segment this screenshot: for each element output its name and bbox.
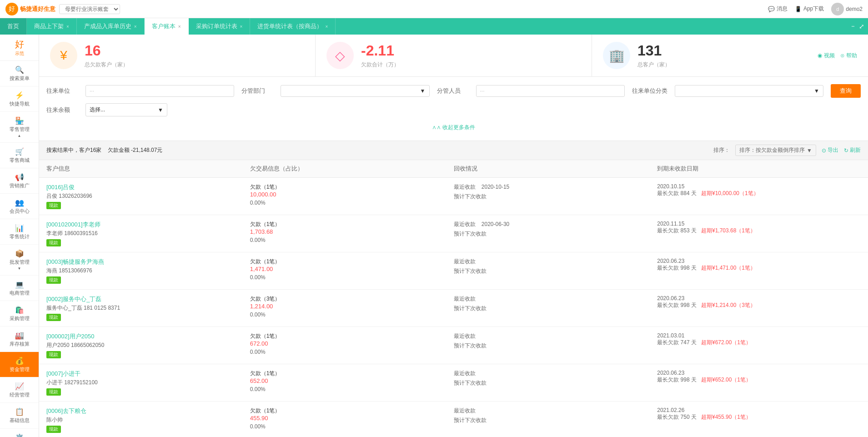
customer-info-cell: [0002]服务中心_丁磊 服务中心_丁磊 181 0125 8371 现款	[46, 295, 250, 321]
stat-icon-1: ¥	[50, 42, 77, 69]
tab-production-history[interactable]: 产成品入库单历史 ×	[77, 18, 145, 35]
quick-nav-icon: ⚡	[15, 91, 24, 100]
customer-phone: 陈小帅	[46, 416, 250, 424]
retail-mgmt-icon: 🏪	[15, 116, 24, 125]
customer-name-link[interactable]: [0001020001]李老师	[46, 221, 250, 229]
tab-actions: － ⤢	[846, 18, 868, 35]
sidebar-item-retail-mgmt[interactable]: 🏪 零售管理 ▲	[0, 112, 39, 142]
tab-purchase-order[interactable]: 采购订单统计表 ×	[189, 18, 251, 35]
filter-label-vendor: 往来单位	[46, 87, 78, 95]
content-area: ¥ 16 总欠款客户（家） ◇ -2.11 欠款合计（万） 🏢 131 总客户（…	[39, 35, 868, 437]
video-link[interactable]: ◉ 视频	[818, 52, 834, 60]
stat-card-1: ¥ 16 总欠款客户（家）	[39, 35, 316, 76]
sidebar-item-member-center[interactable]: 👥 会员中心	[0, 194, 39, 219]
filter-input-person[interactable]: ···	[476, 85, 625, 97]
tab-customer-account[interactable]: 客户账本 ×	[145, 18, 189, 35]
overdue-link[interactable]: 超期¥1,471.00（1笔）	[701, 265, 756, 271]
stat-card-3: 🏢 131 总客户（家） ◉ 视频 ⊙ 帮助	[592, 35, 868, 76]
stat-label-2: 欠款合计（万）	[361, 61, 399, 69]
close-icon[interactable]: ×	[134, 24, 137, 29]
collapse-bar[interactable]: ∧∧ 收起更多条件	[46, 122, 861, 133]
filter-select-dept[interactable]: ▼	[281, 85, 429, 97]
sidebar-item-system-mgmt[interactable]: ⚙️ 系统管理	[0, 429, 39, 437]
ecommerce-icon: 💻	[15, 280, 24, 289]
overdue-link[interactable]: 超期¥10,000.00（1笔）	[701, 190, 759, 196]
customer-info-cell: [0007]小进干 小进干 18279152100 现款	[46, 370, 250, 396]
customer-tag: 现款	[46, 388, 61, 396]
top-bar: 好 畅捷通好生意 母婴行业演示账套 💬 消息 📱 App下载 d demo2	[0, 0, 868, 18]
close-icon[interactable]: ×	[325, 24, 328, 29]
user-avatar[interactable]: d demo2	[831, 3, 863, 15]
filter-select-category[interactable]: ▼	[675, 85, 823, 97]
top-bar-left: 好 畅捷通好生意 母婴行业演示账套	[5, 3, 120, 15]
table-row: [0003]畅捷服务尹海燕 海燕 18513066976 现款 欠款（1笔） 1…	[39, 252, 868, 290]
sidebar-item-ecommerce[interactable]: 💻 电商管理	[0, 276, 39, 301]
search-button[interactable]: 查询	[831, 84, 861, 98]
sidebar-top: 好 示范	[0, 35, 39, 61]
maximize-button[interactable]: ⤢	[859, 23, 864, 30]
finance-icon: 💰	[15, 357, 24, 365]
overdue-link[interactable]: 超期¥1,214.00（3笔）	[701, 302, 756, 308]
customer-name-link[interactable]: [0006]去下粮仓	[46, 407, 250, 415]
sidebar-item-inventory[interactable]: 🏭 库存核算	[0, 326, 39, 352]
table-header: 客户信息 欠交易信息（占比） 回收情况 到期未收款日期	[39, 160, 868, 178]
sidebar-item-batch-mgmt[interactable]: 📦 批发管理 ▼	[0, 245, 39, 275]
close-icon[interactable]: ×	[66, 24, 69, 29]
customer-phone: 小进干 18279152100	[46, 379, 250, 387]
top-bar-right: 💬 消息 📱 App下载 d demo2	[768, 3, 863, 15]
sidebar-item-purchase-mgmt[interactable]: 🛍️ 采购管理	[0, 301, 39, 326]
close-icon[interactable]: ×	[178, 24, 181, 29]
customer-name-link[interactable]: [0003]畅捷服务尹海燕	[46, 258, 250, 266]
collection-cell: 最近收款 2020-10-15 预计下次收款	[454, 183, 657, 209]
retail-stats-icon: 📊	[15, 224, 24, 232]
overdue-link[interactable]: 超期¥455.90（1笔）	[701, 414, 751, 420]
overdue-link[interactable]: 超期¥652.00（1笔）	[701, 377, 751, 383]
due-date-cell: 2020.10.15 最长欠款 884 天 超期¥10,000.00（1笔）	[657, 183, 861, 209]
business-mgmt-icon: 📈	[15, 382, 24, 391]
close-icon[interactable]: ×	[240, 24, 243, 29]
debt-info-cell: 欠款（1笔） 1,471.00 0.00%	[250, 258, 454, 284]
message-icon: 💬	[768, 6, 775, 12]
app-icon: 📱	[795, 6, 802, 12]
overdue-link[interactable]: 超期¥1,703.68（1笔）	[701, 227, 756, 234]
col-header-customer: 客户信息	[46, 165, 250, 173]
filter-label-category: 往来单位分类	[632, 87, 667, 95]
sidebar-item-marketing[interactable]: 📢 营销推广	[0, 168, 39, 194]
tab-home[interactable]: 首页	[0, 18, 27, 35]
sidebar-item-basic-info[interactable]: 📋 基础信息	[0, 403, 39, 428]
export-button[interactable]: ⊙ 导出	[822, 146, 838, 154]
refresh-button[interactable]: ↻ 刷新	[844, 146, 861, 154]
customer-name-link[interactable]: [000002]用户2050	[46, 332, 250, 341]
table-row: [0002]服务中心_丁磊 服务中心_丁磊 181 0125 8371 现款 欠…	[39, 290, 868, 327]
customer-name-link[interactable]: [0016]吕俊	[46, 183, 250, 191]
sidebar-item-retail-stats[interactable]: 📊 零售统计	[0, 219, 39, 245]
results-actions: 排序： 排序：按欠款金额倒序排序 ▼ ⊙ 导出 ↻ 刷新	[713, 145, 861, 156]
sidebar-item-search[interactable]: 🔍 搜索菜单	[0, 61, 39, 86]
filter-select-balance[interactable]: 选择... ▼	[85, 103, 167, 116]
system-mgmt-icon: ⚙️	[15, 433, 24, 437]
sort-select[interactable]: 排序：按欠款金额倒序排序 ▼	[735, 145, 816, 156]
basic-info-icon: 📋	[15, 407, 24, 416]
sidebar-logo-icon: 好	[15, 38, 24, 50]
tab-stock-statistics[interactable]: 进货单统计表（按商品） ×	[250, 18, 336, 35]
filter-input-vendor[interactable]: ···	[85, 85, 234, 97]
customer-tag: 现款	[46, 314, 61, 321]
sidebar-item-finance[interactable]: 💰 资金管理	[0, 352, 39, 377]
app-download-button[interactable]: 📱 App下载	[795, 5, 824, 13]
demo-selector[interactable]: 母婴行业演示账套	[59, 4, 120, 14]
sidebar-item-retail-mall[interactable]: 🛒 零售商城	[0, 143, 39, 168]
refresh-icon: ↻	[844, 147, 848, 154]
logo-icon: 好	[5, 3, 18, 15]
sidebar-item-business-mgmt[interactable]: 📈 经营管理	[0, 377, 39, 403]
sidebar-item-quick-nav[interactable]: ⚡ 快捷导航	[0, 86, 39, 112]
customer-phone: 海燕 18513066976	[46, 267, 250, 275]
customer-name-link[interactable]: [0007]小进干	[46, 370, 250, 378]
customer-name-link[interactable]: [0002]服务中心_丁磊	[46, 295, 250, 303]
tab-product-offline[interactable]: 商品上下架 ×	[27, 18, 77, 35]
customer-phone: 吕俊 13026203696	[46, 192, 250, 200]
message-button[interactable]: 💬 消息	[768, 5, 788, 13]
help-link[interactable]: ⊙ 帮助	[840, 52, 857, 60]
arrow-down2-icon: ▼	[814, 88, 819, 94]
overdue-link[interactable]: 超期¥672.00（1笔）	[701, 339, 751, 346]
minimize-button[interactable]: －	[850, 22, 856, 30]
